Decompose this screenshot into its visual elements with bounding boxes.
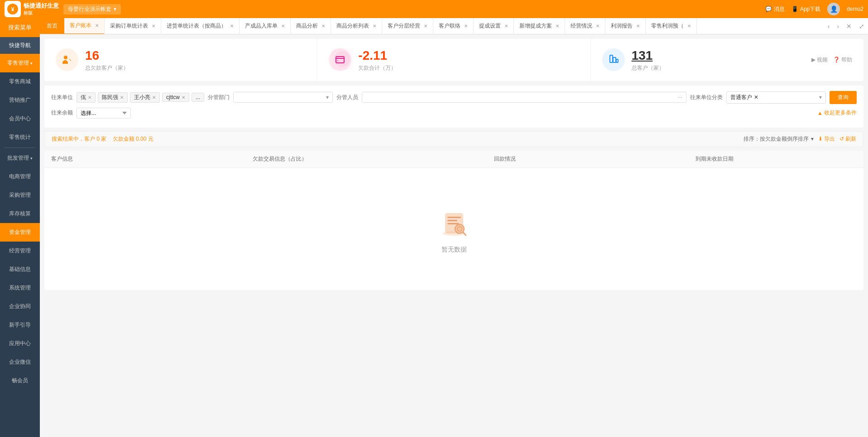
tab-expand-btn[interactable]: ⤢ — [855, 23, 868, 30]
sidebar-item-enterprise[interactable]: 企业协同 — [0, 297, 40, 316]
account-selector[interactable]: 母婴行业演示帐套 ▾ — [63, 4, 121, 14]
sort-chevron-icon: ▾ — [811, 136, 814, 142]
stat-card-customers: 16 总欠款客户（家） — [44, 39, 317, 81]
sidebar-item-wechat[interactable]: 企业微信 — [0, 353, 40, 371]
tab-new-commission[interactable]: 新增提成方案 ✕ — [514, 18, 565, 34]
sidebar-item-purchase[interactable]: 采购管理 — [0, 186, 40, 204]
tab-product-analysis-list[interactable]: 商品分析列表 ✕ — [331, 18, 382, 34]
sidebar-item-finance[interactable]: 资金管理 — [0, 223, 40, 242]
svg-rect-8 — [616, 59, 618, 62]
tab-next-btn[interactable]: › — [833, 23, 843, 30]
person-input-field[interactable] — [362, 92, 674, 102]
tab-close-profit[interactable]: ✕ — [636, 24, 640, 28]
messages-btn[interactable]: 💬 消息 — [765, 5, 785, 13]
tab-close-all-btn[interactable]: ✕ — [843, 23, 855, 30]
filter-tag-close-cj[interactable]: ✕ — [182, 95, 185, 100]
sidebar-item-marketing[interactable]: 营销推广 — [0, 91, 40, 109]
sidebar-item-member[interactable]: 会员中心 — [0, 109, 40, 128]
tab-purchase-product-stats[interactable]: 进货单统计表（按商品） ✕ — [161, 18, 240, 34]
filter-dept-input[interactable]: ▾ — [233, 92, 333, 103]
filter-unit-type-input[interactable]: 普通客户 ✕ ▾ — [726, 91, 826, 104]
logo-sub: 标版 — [24, 10, 59, 16]
sidebar-item-system[interactable]: 系统管理 — [0, 279, 40, 297]
tab-customer-tier[interactable]: 客户分层经营 ✕ — [382, 18, 433, 34]
tab-close-customer-tier[interactable]: ✕ — [424, 24, 427, 28]
tab-purchase-order-stats[interactable]: 采购订单统计表 ✕ — [105, 18, 161, 34]
tab-close-product-inbound[interactable]: ✕ — [281, 24, 285, 28]
filter-tag-close-chen[interactable]: ✕ — [120, 95, 124, 100]
query-button[interactable]: 查询 — [830, 91, 857, 104]
filter-person-input[interactable]: ··· — [362, 92, 686, 103]
empty-icon — [436, 204, 472, 240]
tab-customer-ledger[interactable]: 客户账本 ✕ — [64, 18, 105, 34]
tab-close-business[interactable]: ✕ — [596, 24, 599, 28]
svg-rect-7 — [613, 57, 616, 62]
sidebar-item-retail-stats[interactable]: 零售统计 — [0, 128, 40, 147]
filter-tag-chen[interactable]: 陈民强 ✕ — [98, 92, 128, 103]
tab-close-purchase-order[interactable]: ✕ — [152, 24, 155, 28]
logo: ¥ 畅捷通好生意 标版 — [5, 1, 59, 17]
sidebar-item-app-center[interactable]: 应用中心 — [0, 334, 40, 353]
sidebar-item-wholesale[interactable]: 批发管理 ▾ — [0, 149, 40, 167]
dept-input-field[interactable] — [234, 92, 322, 102]
tab-home[interactable]: 首页 — [40, 18, 64, 34]
empty-text: 暂无数据 — [441, 246, 467, 254]
unit-type-suffix[interactable]: ▾ — [815, 94, 825, 100]
filter-balance-select[interactable]: 选择... — [77, 108, 131, 119]
tab-product-analysis[interactable]: 商品分析 ✕ — [291, 18, 331, 34]
sidebar-item-basic-info[interactable]: 基础信息 — [0, 260, 40, 279]
tab-close-new-commission[interactable]: ✕ — [556, 24, 559, 28]
sidebar-item-member2[interactable]: 畅会员 — [0, 371, 40, 390]
app-download-btn[interactable]: 📱 App下载 — [791, 5, 820, 13]
result-info: 搜索结果中，客户 0 家 欠款金额 0.00 元 — [52, 135, 153, 143]
tab-profit-report[interactable]: 利润报告 ✕ — [605, 18, 646, 34]
dept-input-suffix[interactable]: ▾ — [322, 94, 332, 100]
sidebar-divider-1 — [5, 147, 35, 148]
tab-close-customer-contact[interactable]: ✕ — [464, 24, 468, 28]
username[interactable]: demo2 — [847, 6, 863, 12]
tab-prev-btn[interactable]: ‹ — [824, 23, 834, 30]
sidebar-search[interactable]: 搜索菜单 — [0, 18, 40, 37]
filter-tag-close-wa[interactable]: ✕ — [88, 95, 91, 100]
tab-commission-setting[interactable]: 提成设置 ✕ — [474, 18, 514, 34]
filter-tag-close-wang[interactable]: ✕ — [152, 95, 156, 100]
filter-tag-wang[interactable]: 王小亮 ✕ — [130, 92, 160, 103]
tab-bar: 首页 客户账本 ✕ 采购订单统计表 ✕ 进货单统计表（按商品） ✕ 产成品入库单… — [40, 18, 868, 34]
filter-row-2: 往来余额 选择... ▲ 收起更多条件 — [51, 108, 857, 119]
top-bar-right: 💬 消息 📱 App下载 👤 demo2 — [765, 3, 863, 15]
tab-close-commission[interactable]: ✕ — [504, 24, 508, 28]
tab-customer-contact[interactable]: 客户联络 ✕ — [433, 18, 474, 34]
sidebar-item-operations[interactable]: 经营管理 — [0, 242, 40, 260]
person-input-suffix[interactable]: ··· — [674, 94, 686, 100]
tab-close-retail-profit[interactable]: ✕ — [687, 24, 691, 28]
tab-product-inbound[interactable]: 产成品入库单 ✕ — [240, 18, 291, 34]
help-link[interactable]: ❓ 帮助 — [833, 56, 852, 64]
stat-info-customers: 16 总欠款客户（家） — [85, 48, 129, 72]
sidebar: 搜索菜单 快捷导航 零售管理 ▾ 零售商城 营销推广 会员中心 零售统计 批发管… — [0, 18, 40, 437]
filter-tag-more[interactable]: ... — [192, 93, 204, 102]
sort-selector[interactable]: 排序：按欠款金额倒序排序 ▾ — [743, 135, 814, 143]
tab-close-product-analysis-list[interactable]: ✕ — [373, 24, 376, 28]
sidebar-quick-nav[interactable]: 快捷导航 — [0, 37, 40, 54]
tab-business[interactable]: 经营情况 ✕ — [565, 18, 605, 34]
col-repay-info: 回款情况 — [494, 155, 695, 163]
tab-retail-profit[interactable]: 零售利润预（ ✕ — [646, 18, 697, 34]
sidebar-item-inventory[interactable]: 库存核算 — [0, 204, 40, 223]
collapse-button[interactable]: ▲ 收起更多条件 — [817, 109, 857, 117]
filter-tag-wa[interactable]: 佤 ✕ — [77, 92, 96, 103]
stat-label-debt: 欠款合计（万） — [358, 64, 396, 72]
export-button[interactable]: ⬇ 导出 — [818, 135, 835, 143]
tab-close-product-analysis[interactable]: ✕ — [321, 24, 325, 28]
filter-tag-cj[interactable]: cjttcw ✕ — [162, 93, 189, 102]
tab-close-purchase-product[interactable]: ✕ — [230, 24, 234, 28]
tab-close-customer-ledger[interactable]: ✕ — [95, 23, 99, 28]
sidebar-item-newbie[interactable]: 新手引导 — [0, 316, 40, 334]
sidebar-item-retail-manage[interactable]: 零售管理 ▾ — [0, 54, 40, 72]
stat-label-total: 总客户（家） — [632, 64, 664, 72]
video-link[interactable]: ▶ 视频 — [811, 56, 828, 64]
sidebar-item-retail-mall[interactable]: 零售商城 — [0, 72, 40, 91]
refresh-button[interactable]: ↺ 刷新 — [839, 135, 856, 143]
unit-type-close[interactable]: ✕ — [754, 94, 758, 100]
sidebar-item-ecommerce[interactable]: 电商管理 — [0, 167, 40, 186]
empty-state: 暂无数据 — [44, 168, 863, 290]
